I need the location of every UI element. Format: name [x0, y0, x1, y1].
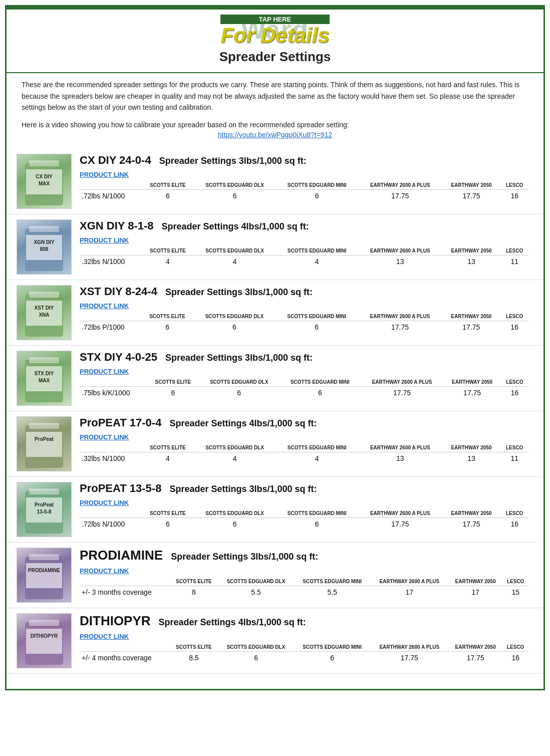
setting-value-cx-diy-24-0-4-col2: 6: [276, 190, 358, 202]
setting-value-propeat-17-0-4-col4: 13: [442, 452, 501, 465]
col-header: EARTHWAY 2600 A PLUS: [358, 181, 442, 190]
rate-label-xst-diy-8-24-4: .72lbs P/1000: [80, 321, 141, 334]
svg-rect-16: [29, 357, 59, 363]
setting-value-prodiamine-col4: 17: [448, 586, 502, 599]
setting-value-dithiopyr-col1: 6: [218, 652, 294, 664]
video-link[interactable]: https://youtu.be/xwPggp0jXu8?t=912: [7, 131, 543, 139]
setting-value-xst-diy-8-24-4-col4: 17.75: [442, 321, 500, 334]
product-header-row: STX DIY 4-0-25Spreader Settings 3lbs/1,0…: [80, 351, 528, 364]
product-link-stx-diy-4-0-25[interactable]: PRODUCT LINK: [80, 368, 129, 375]
col-header: LESCO: [502, 643, 528, 652]
product-section-xgn-diy-8-1-8: XGN DIY808XGN DIY 8-1-8Spreader Settings…: [7, 214, 543, 280]
setting-value-stx-diy-4-0-25-col3: 17.75: [361, 387, 443, 399]
setting-value-propeat-13-5-8-col5: 16: [500, 518, 528, 531]
setting-value-propeat-17-0-4-col2: 4: [276, 452, 358, 465]
col-header: EARTHWAY 2050: [442, 444, 501, 452]
setting-value-xgn-diy-8-1-8-col4: 13: [442, 256, 501, 268]
settings-table-propeat-17-0-4: SCOTTS ELITESCOTTS EDGUARD DLXSCOTTS EDG…: [80, 444, 528, 464]
setting-value-stx-diy-4-0-25-col2: 6: [280, 387, 361, 399]
col-header: EARTHWAY 2050: [442, 510, 501, 518]
col-header: LESCO: [500, 181, 528, 190]
product-link-propeat-17-0-4[interactable]: PRODUCT LINK: [80, 433, 129, 441]
settings-table-prodiamine: SCOTTS ELITESCOTTS EDGUARD DLXSCOTTS EDG…: [80, 578, 528, 598]
product-link-xst-diy-8-24-4[interactable]: PRODUCT LINK: [80, 302, 129, 310]
settings-table-stx-diy-4-0-25: SCOTTS ELITESCOTTS EDGUARD DLXSCOTTS EDG…: [80, 378, 528, 399]
setting-value-xgn-diy-8-1-8-col1: 4: [194, 256, 276, 268]
setting-value-prodiamine-col2: 5.5: [294, 586, 371, 599]
svg-text:DITHIOPYR: DITHIOPYR: [31, 633, 58, 639]
tap-here-text: TAP HERE: [220, 15, 329, 24]
setting-value-xgn-diy-8-1-8-col2: 4: [276, 256, 358, 268]
product-link-dithiopyr[interactable]: PRODUCT LINK: [80, 633, 129, 640]
setting-value-xgn-diy-8-1-8-col5: 11: [500, 256, 528, 268]
product-image-dithiopyr: DITHIOPYR: [17, 613, 72, 668]
product-name-propeat-17-0-4: ProPEAT 17-0-4: [80, 416, 161, 429]
setting-value-propeat-17-0-4-col1: 4: [194, 452, 276, 465]
col-header: SCOTTS EDGUARD DLX: [199, 378, 280, 387]
svg-text:808: 808: [40, 246, 49, 252]
product-image-xgn-diy-8-1-8: XGN DIY808: [17, 219, 72, 275]
product-link-cx-diy-24-0-4[interactable]: PRODUCT LINK: [80, 171, 129, 178]
svg-rect-30: [29, 554, 59, 560]
col-header: SCOTTS EDGUARD DLX: [218, 578, 294, 586]
col-header: SCOTTS ELITE: [142, 444, 194, 452]
rate-label-xgn-diy-8-1-8: .32lbs N/1000: [80, 256, 142, 268]
col-header: SCOTTS ELITE: [141, 313, 193, 321]
setting-value-stx-diy-4-0-25-col1: 6: [199, 387, 280, 399]
col-header: SCOTTS EDGUARD DLX: [194, 510, 276, 518]
product-link-propeat-13-5-8[interactable]: PRODUCT LINK: [80, 499, 129, 507]
svg-rect-11: [29, 292, 59, 298]
product-name-dithiopyr: DITHIOPYR: [80, 613, 151, 629]
product-image-cx-diy-24-0-4: CX DIYMAX: [17, 154, 72, 209]
col-header: SCOTTS EDGUARD MINI: [294, 578, 371, 586]
setting-value-dithiopyr-col5: 16: [502, 652, 528, 664]
product-link-prodiamine[interactable]: PRODUCT LINK: [80, 567, 129, 575]
product-content-xst-diy-8-24-4: XST DIY 8-24-4Spreader Settings 3lbs/1,0…: [80, 285, 528, 333]
product-section-cx-diy-24-0-4: CX DIYMAXCX DIY 24-0-4Spreader Settings …: [7, 149, 543, 214]
col-header: SCOTTS EDGUARD DLX: [218, 643, 294, 652]
product-name-cx-diy-24-0-4: CX DIY 24-0-4: [80, 154, 151, 167]
setting-value-cx-diy-24-0-4-col1: 6: [194, 190, 276, 202]
col-header: EARTHWAY 2600 A PLUS: [358, 510, 442, 518]
setting-value-prodiamine-col5: 15: [502, 586, 528, 599]
setting-value-dithiopyr-col0: 8.5: [169, 652, 218, 664]
col-header: EARTHWAY 2050: [448, 578, 502, 586]
setting-value-propeat-13-5-8-col2: 6: [276, 518, 358, 531]
setting-value-propeat-13-5-8-col4: 17.75: [442, 518, 501, 531]
setting-value-propeat-13-5-8-col1: 6: [194, 518, 276, 531]
rate-label-cx-diy-24-0-4: .72lbs N/1000: [80, 190, 142, 202]
intro-paragraph: These are the recommended spreader setti…: [7, 79, 543, 113]
product-section-dithiopyr: DITHIOPYRDITHIOPYRSpreader Settings 4lbs…: [7, 608, 543, 674]
col-header: SCOTTS EDGUARD DLX: [194, 247, 276, 256]
svg-text:ProPeat: ProPeat: [35, 502, 54, 508]
product-content-propeat-17-0-4: ProPEAT 17-0-4Spreader Settings 4lbs/1,0…: [80, 416, 528, 464]
svg-text:XGN DIY: XGN DIY: [34, 239, 54, 245]
svg-text:MAX: MAX: [39, 378, 50, 383]
setting-value-propeat-17-0-4-col0: 4: [142, 452, 194, 465]
setting-value-stx-diy-4-0-25-col4: 17.75: [443, 387, 501, 399]
col-header: EARTHWAY 2600 A PLUS: [371, 578, 448, 586]
header-area: Ward TAP HERE For Details Spreader Setti…: [7, 10, 543, 72]
product-content-cx-diy-24-0-4: CX DIY 24-0-4Spreader Settings 3lbs/1,00…: [80, 154, 528, 202]
product-link-xgn-diy-8-1-8[interactable]: PRODUCT LINK: [80, 236, 129, 244]
for-details-text: For Details: [220, 24, 329, 47]
tap-here-logo[interactable]: Ward TAP HERE For Details: [220, 15, 329, 47]
setting-value-cx-diy-24-0-4-col4: 17.75: [442, 190, 501, 202]
settings-table-propeat-13-5-8: SCOTTS ELITESCOTTS EDGUARD DLXSCOTTS EDG…: [80, 510, 528, 530]
product-section-xst-diy-8-24-4: XST DIYXNAXST DIY 8-24-4Spreader Setting…: [7, 280, 543, 346]
col-header: SCOTTS EDGUARD DLX: [194, 181, 276, 190]
col-header: LESCO: [500, 444, 528, 452]
col-header: EARTHWAY 2050: [442, 181, 501, 190]
setting-value-propeat-13-5-8-col3: 17.75: [358, 518, 442, 531]
settings-table-dithiopyr: SCOTTS ELITESCOTTS EDGUARD DLXSCOTTS EDG…: [80, 643, 528, 664]
product-content-propeat-13-5-8: ProPEAT 13-5-8Spreader Settings 3lbs/1,0…: [80, 482, 528, 530]
setting-value-xst-diy-8-24-4-col3: 17.75: [358, 321, 442, 334]
spreader-settings-label-dithiopyr: Spreader Settings 4lbs/1,000 sq ft:: [159, 617, 306, 628]
setting-value-propeat-13-5-8-col0: 6: [142, 518, 194, 531]
svg-text:PRODIAMINE: PRODIAMINE: [28, 568, 60, 573]
video-label: Here is a video showing you how to calib…: [7, 121, 543, 129]
rate-label-stx-diy-4-0-25: .75lbs k/K/1000: [80, 387, 147, 399]
svg-rect-1: [29, 160, 59, 166]
svg-text:MAX: MAX: [39, 181, 50, 186]
product-name-xgn-diy-8-1-8: XGN DIY 8-1-8: [80, 219, 154, 232]
